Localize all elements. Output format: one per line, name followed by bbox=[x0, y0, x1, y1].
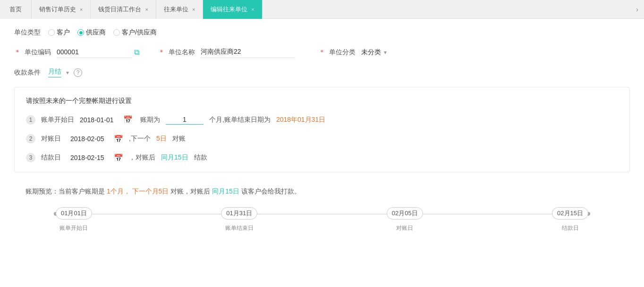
period-row-3-num: 3 bbox=[26, 153, 35, 162]
tab-sales-history[interactable]: 销售订单历史 × bbox=[32, 0, 91, 19]
unit-name-field: ＊ 单位名称 bbox=[158, 46, 295, 58]
tab-cash-workbench-close[interactable]: × bbox=[145, 7, 148, 12]
timeline-point-0: 01月01日 账单开始日 bbox=[56, 207, 92, 232]
period-row-3: 3 结款日 2018-02-15 📅 ，对账后 同月15日 结款 bbox=[26, 153, 618, 162]
timeline-point-0-date: 01月01日 bbox=[56, 207, 92, 219]
preview-text: 账期预览：当前客户账期是 1个月， 下一个月5日 对账，对账后 同月15日 该客… bbox=[25, 187, 619, 196]
timeline-points: 01月01日 账单开始日 01月31日 账单结束日 02月05日 对账日 02月… bbox=[37, 207, 607, 232]
period-row-1-end-date: 2018年01月31日 bbox=[276, 116, 325, 124]
preview-part2: 下一个月5日 bbox=[132, 187, 169, 195]
unit-code-input-wrapper: ⧉ bbox=[57, 46, 139, 58]
preview-label: 账期预览：当前客户账期是 bbox=[25, 187, 105, 195]
unit-code-field: ＊ 单位编码 ⧉ bbox=[14, 46, 139, 58]
unit-type-label: 单位类型 bbox=[14, 28, 41, 37]
unit-type-radio-group: 客户 供应商 客户/供应商 bbox=[48, 28, 157, 37]
tab-edit-partner[interactable]: 编辑往来单位 × bbox=[203, 0, 262, 19]
tabs-bar: 首页 销售订单历史 × 钱货日清工作台 × 往来单位 × 编辑往来单位 × › bbox=[0, 0, 644, 19]
unit-code-copy-icon[interactable]: ⧉ bbox=[134, 48, 139, 57]
period-row-1-suffix-before: 账期为 bbox=[140, 116, 160, 124]
unit-code-required: ＊ bbox=[14, 48, 21, 57]
period-months-input[interactable] bbox=[166, 115, 203, 125]
period-row-2-highlight: 5日 bbox=[156, 135, 167, 143]
period-row-3-highlight: 同月15日 bbox=[161, 153, 188, 162]
payment-terms-help-icon[interactable]: ? bbox=[74, 68, 82, 77]
period-row-1-date: 2018-01-01 bbox=[80, 116, 118, 124]
period-row-2: 2 对账日 2018-02-05 📅 ,下一个 5日 对账 bbox=[26, 134, 618, 144]
period-row-3-date: 2018-02-15 bbox=[70, 154, 108, 161]
period-row-3-suffix: 结款 bbox=[194, 153, 207, 162]
timeline-point-2: 02月05日 对账日 bbox=[387, 207, 423, 232]
tabs-arrow[interactable]: › bbox=[630, 6, 644, 13]
timeline-wrapper: 01月01日 账单开始日 01月31日 账单结束日 02月05日 对账日 02月… bbox=[37, 207, 607, 232]
radio-customer-supplier[interactable]: 客户/供应商 bbox=[113, 28, 157, 37]
period-row-2-label: 对账日 bbox=[41, 135, 65, 143]
unit-classification-field: ＊ 单位分类 未分类 ▾ bbox=[319, 48, 387, 57]
radio-customer-label: 客户 bbox=[57, 28, 70, 37]
preview-middle: 对账，对账后 bbox=[170, 187, 210, 195]
tab-sales-history-label: 销售订单历史 bbox=[39, 5, 76, 14]
preview-end: 该客户会给我打款。 bbox=[241, 187, 301, 195]
tab-edit-partner-label: 编辑往来单位 bbox=[211, 5, 247, 14]
period-row-3-calendar[interactable]: 📅 bbox=[114, 153, 123, 162]
period-row-2-calendar[interactable]: 📅 bbox=[114, 135, 123, 144]
timeline-point-1-date: 01月31日 bbox=[221, 207, 257, 219]
timeline-point-1: 01月31日 账单结束日 bbox=[221, 207, 257, 232]
timeline-point-3-label: 结款日 bbox=[562, 224, 579, 232]
period-row-2-num: 2 bbox=[26, 134, 35, 144]
tab-partner-unit-label: 往来单位 bbox=[164, 5, 188, 14]
unit-class-value: 未分类 bbox=[361, 48, 381, 57]
radio-customer-supplier-label: 客户/供应商 bbox=[122, 28, 157, 37]
unit-code-label: 单位编码 bbox=[25, 48, 51, 57]
timeline-point-2-date: 02月05日 bbox=[387, 207, 423, 219]
period-row-1: 1 账单开始日 2018-01-01 📅 账期为 个月,账单结束日期为 2018… bbox=[26, 115, 618, 125]
unit-info-row: ＊ 单位编码 ⧉ ＊ 单位名称 ＊ 单位分类 未分类 ▾ bbox=[14, 46, 630, 58]
period-settings-box: 请按照未来的一个完整帐期进行设置 1 账单开始日 2018-01-01 📅 账期… bbox=[14, 87, 630, 172]
period-row-1-calendar[interactable]: 📅 bbox=[123, 115, 133, 124]
unit-name-label: 单位名称 bbox=[169, 48, 195, 57]
unit-class-chevron[interactable]: ▾ bbox=[384, 49, 387, 56]
unit-name-input[interactable] bbox=[201, 46, 295, 58]
tab-cash-workbench-label: 钱货日清工作台 bbox=[98, 5, 141, 14]
tab-cash-workbench[interactable]: 钱货日清工作台 × bbox=[91, 0, 156, 19]
preview-part3: 同月15日 bbox=[212, 187, 239, 195]
payment-terms-chevron[interactable]: ▾ bbox=[66, 69, 69, 76]
timeline-point-2-label: 对账日 bbox=[396, 224, 413, 232]
period-box-title: 请按照未来的一个完整帐期进行设置 bbox=[26, 97, 618, 105]
timeline-point-3: 02月15日 结款日 bbox=[552, 207, 588, 232]
unit-name-required: ＊ bbox=[158, 48, 165, 57]
radio-supplier-circle bbox=[77, 29, 84, 36]
timeline-point-0-label: 账单开始日 bbox=[59, 224, 88, 232]
tab-home-label: 首页 bbox=[9, 5, 22, 14]
radio-customer-circle bbox=[48, 29, 55, 36]
unit-code-input[interactable] bbox=[57, 46, 132, 58]
timeline-point-3-date: 02月15日 bbox=[552, 207, 588, 219]
radio-supplier[interactable]: 供应商 bbox=[77, 28, 106, 37]
unit-class-required: ＊ bbox=[319, 48, 325, 57]
period-row-1-suffix-middle: 个月,账单结束日期为 bbox=[209, 116, 271, 124]
tab-partner-unit[interactable]: 往来单位 × bbox=[156, 0, 203, 19]
timeline-point-1-label: 账单结束日 bbox=[225, 224, 254, 232]
tab-partner-unit-close[interactable]: × bbox=[192, 7, 195, 12]
tab-sales-history-close[interactable]: × bbox=[80, 7, 83, 12]
main-content: 单位类型 客户 供应商 客户/供应商 ＊ 单位编码 ⧉ bbox=[0, 19, 644, 287]
preview-section: 账期预览：当前客户账期是 1个月， 下一个月5日 对账，对账后 同月15日 该客… bbox=[14, 180, 630, 232]
period-row-1-label: 账单开始日 bbox=[41, 116, 74, 124]
tab-edit-partner-close[interactable]: × bbox=[251, 7, 254, 12]
radio-customer[interactable]: 客户 bbox=[48, 28, 70, 37]
period-row-2-date: 2018-02-05 bbox=[70, 135, 108, 143]
unit-type-row: 单位类型 客户 供应商 客户/供应商 bbox=[14, 28, 630, 37]
tab-home[interactable]: 首页 bbox=[0, 0, 32, 19]
radio-customer-supplier-circle bbox=[113, 29, 120, 36]
payment-terms-value[interactable]: 月结 bbox=[48, 68, 61, 77]
period-row-2-prefix: ,下一个 bbox=[129, 135, 151, 143]
period-row-2-suffix: 对账 bbox=[172, 135, 186, 143]
radio-supplier-label: 供应商 bbox=[86, 28, 106, 37]
payment-terms-label: 收款条件 bbox=[14, 68, 41, 77]
preview-part1: 1个月， bbox=[107, 187, 130, 195]
payment-terms-row: 收款条件 月结 ▾ ? bbox=[14, 68, 630, 77]
unit-class-label: 单位分类 bbox=[329, 48, 356, 57]
period-row-1-num: 1 bbox=[26, 115, 35, 125]
period-row-3-label: 结款日 bbox=[41, 153, 65, 162]
period-row-3-prefix: ，对账后 bbox=[129, 153, 155, 162]
